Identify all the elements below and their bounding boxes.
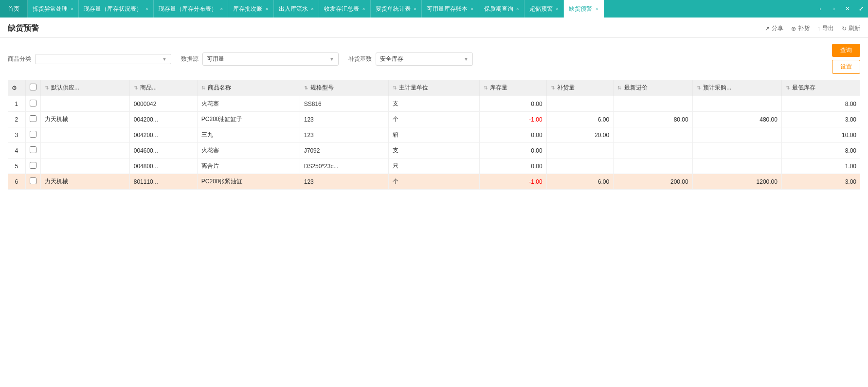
replenish-button[interactable]: ⊕ 补货	[791, 24, 810, 33]
tab-inventory-dist-close[interactable]: ×	[220, 6, 223, 12]
tab-inout-flow-label: 出入库流水	[279, 5, 308, 13]
row-select-checkbox-4[interactable]	[30, 162, 36, 169]
tab-expiry-query[interactable]: 保质期查询 ×	[479, 0, 524, 18]
row-select-checkbox-2[interactable]	[30, 131, 36, 138]
col-min-inventory[interactable]: ⇅ 最低库存	[781, 80, 860, 96]
row-checkbox-2[interactable]	[25, 127, 40, 143]
setting-button[interactable]: 设置	[832, 60, 860, 74]
select-all-checkbox[interactable]	[30, 84, 36, 90]
row-min-inventory-4: 1.00	[781, 158, 860, 174]
col-product-name[interactable]: ⇅ 商品名称	[197, 80, 300, 96]
tab-overstock[interactable]: 超储预警 ×	[524, 0, 564, 18]
row-name-5: PC200张紧油缸	[197, 174, 300, 190]
page-container: 缺货预警 ↗ 分享 ⊕ 补货 ↑ 导出 ↻ 刷新 商品分类	[0, 18, 868, 387]
tab-shortage[interactable]: 缺货预警 ×	[564, 0, 603, 18]
row-name-0: 火花塞	[197, 96, 300, 112]
tab-maximize-btn[interactable]: ⤢	[854, 5, 868, 12]
col-default-supplier[interactable]: ⇅ 默认供应...	[40, 80, 129, 96]
tab-next-btn[interactable]: ›	[827, 5, 841, 12]
tab-available-ledger[interactable]: 可用量库存账本 ×	[422, 0, 479, 18]
filter-category-select[interactable]: ▼	[35, 54, 171, 64]
data-table: ⚙ ⇅ 默认供应... ⇅ 商品... ⇅ 商品名称	[8, 80, 860, 190]
filter-datasource-select[interactable]: 可用量 ▼	[202, 53, 339, 66]
row-code-1: 004200...	[129, 112, 197, 127]
tab-order-stats[interactable]: 要货单统计表 ×	[371, 0, 422, 18]
row-checkbox-1[interactable]	[25, 112, 40, 127]
tab-expiry-query-close[interactable]: ×	[516, 6, 519, 12]
row-checkbox-5[interactable]	[25, 174, 40, 190]
tab-shortage-label: 缺货预警	[569, 5, 592, 13]
col-checkbox	[25, 80, 40, 96]
row-select-checkbox-3[interactable]	[30, 146, 36, 153]
tab-batch-account-close[interactable]: ×	[265, 6, 268, 12]
col-spec[interactable]: ⇅ 规格型号	[300, 80, 388, 96]
row-checkbox-4[interactable]	[25, 158, 40, 174]
sort-price-icon: ⇅	[617, 85, 621, 90]
col-inventory[interactable]: ⇅ 库存量	[480, 80, 547, 96]
tab-inventory-status[interactable]: 现存量（库存状况表） ×	[79, 0, 153, 18]
row-inventory-4: 0.00	[480, 158, 547, 174]
tab-inventory-dist[interactable]: 现存量（库存分布表） ×	[154, 0, 228, 18]
tab-inout-flow[interactable]: 出入库流水 ×	[274, 0, 319, 18]
tab-available-ledger-close[interactable]: ×	[470, 6, 473, 12]
tab-home[interactable]: 首页	[0, 0, 28, 18]
tab-bar-right: ‹ › ✕ ⤢	[814, 5, 868, 12]
row-no-1: 2	[8, 112, 25, 127]
row-select-checkbox-5[interactable]	[30, 177, 36, 184]
filter-datasource-group: 数据源 可用量 ▼	[181, 53, 339, 66]
row-checkbox-0[interactable]	[25, 96, 40, 112]
row-unit-4: 只	[388, 158, 479, 174]
tab-prev-btn[interactable]: ‹	[814, 5, 827, 12]
col-replenish-qty[interactable]: ⇅ 补货量	[546, 80, 614, 96]
row-spec-5: 123	[300, 174, 388, 190]
row-min-inventory-5: 3.00	[781, 174, 860, 190]
col-latest-price[interactable]: ⇅ 最新进价	[614, 80, 692, 96]
row-price-3	[614, 143, 692, 158]
row-replenish-1: 6.00	[546, 112, 614, 127]
col-estimated-purchase[interactable]: ⇅ 预计采购...	[692, 80, 781, 96]
tab-inout-flow-close[interactable]: ×	[311, 6, 314, 12]
row-estimated-1: 480.00	[692, 112, 781, 127]
tab-batch-account[interactable]: 库存批次账 ×	[228, 0, 273, 18]
row-select-checkbox-0[interactable]	[30, 100, 36, 106]
col-product-name-label: 商品名称	[208, 84, 231, 91]
col-unit[interactable]: ⇅ 主计量单位	[388, 80, 479, 96]
filter-category-label: 商品分类	[8, 55, 31, 63]
tab-overstock-label: 超储预警	[529, 5, 553, 13]
row-name-4: 离合片	[197, 158, 300, 174]
col-gear[interactable]: ⚙	[8, 80, 25, 96]
tab-overstock-close[interactable]: ×	[556, 6, 559, 12]
filter-replenish-basis-select[interactable]: 安全库存 ▼	[376, 53, 473, 66]
row-spec-1: 123	[300, 112, 388, 127]
row-spec-4: DS250*23c...	[300, 158, 388, 174]
row-price-0	[614, 96, 692, 112]
tab-close-all-btn[interactable]: ✕	[841, 5, 854, 12]
share-button[interactable]: ↗ 分享	[765, 24, 783, 33]
tab-shortage-close[interactable]: ×	[595, 6, 598, 12]
row-select-checkbox-1[interactable]	[30, 115, 36, 122]
tab-inventory-status-close[interactable]: ×	[145, 6, 148, 12]
col-product-code[interactable]: ⇅ 商品...	[129, 80, 197, 96]
tab-exception-close[interactable]: ×	[71, 6, 73, 12]
filter-category-group: 商品分类 ▼	[8, 54, 171, 64]
sort-name-icon: ⇅	[201, 85, 205, 90]
tab-recv-summary[interactable]: 收发存汇总表 ×	[319, 0, 370, 18]
row-estimated-5: 1200.00	[692, 174, 781, 190]
refresh-button[interactable]: ↻ 刷新	[842, 24, 860, 33]
refresh-label: 刷新	[849, 24, 860, 33]
row-inventory-2: 0.00	[480, 127, 547, 143]
query-button[interactable]: 查询	[832, 44, 860, 57]
export-label: 导出	[822, 24, 834, 33]
share-label: 分享	[772, 24, 783, 33]
tab-order-stats-close[interactable]: ×	[414, 6, 416, 12]
row-replenish-3	[546, 143, 614, 158]
tab-exception[interactable]: 拣货异常处理 ×	[28, 0, 79, 18]
row-checkbox-3[interactable]	[25, 143, 40, 158]
export-button[interactable]: ↑ 导出	[817, 24, 834, 33]
row-spec-2: 123	[300, 127, 388, 143]
table-container: ⚙ ⇅ 默认供应... ⇅ 商品... ⇅ 商品名称	[0, 80, 868, 190]
tab-expiry-query-label: 保质期查询	[484, 5, 513, 13]
col-inventory-label: 库存量	[490, 84, 507, 91]
tab-recv-summary-close[interactable]: ×	[362, 6, 365, 12]
row-code-3: 004600...	[129, 143, 197, 158]
